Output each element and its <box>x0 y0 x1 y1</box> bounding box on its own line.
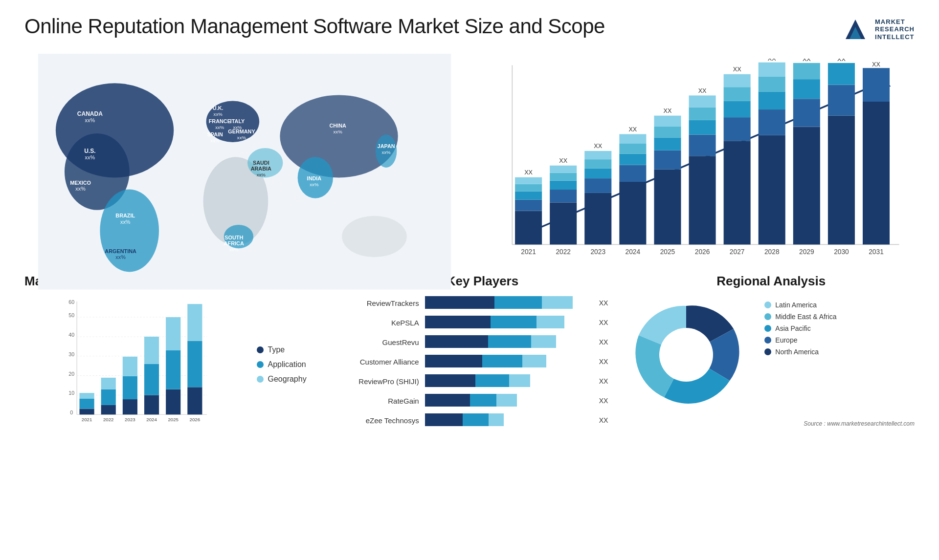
svg-text:2022: 2022 <box>556 248 571 256</box>
svg-rect-74 <box>619 154 646 165</box>
svg-rect-53 <box>515 191 542 199</box>
svg-text:xx%: xx% <box>334 129 343 134</box>
donut-chart <box>627 296 745 415</box>
svg-text:CHINA: CHINA <box>329 123 346 129</box>
legend-dot-application <box>257 361 264 368</box>
svg-rect-109 <box>793 79 820 99</box>
svg-text:xx%: xx% <box>237 135 246 140</box>
player-name: GuestRevu <box>331 338 419 346</box>
svg-rect-101 <box>759 109 785 135</box>
player-name: KePSLA <box>331 319 419 327</box>
player-value: XX <box>599 377 608 385</box>
svg-text:xx%: xx% <box>233 125 242 130</box>
svg-text:2023: 2023 <box>125 417 135 422</box>
logo-icon <box>841 15 870 44</box>
player-bar-container <box>425 316 589 329</box>
legend-dot-geography <box>257 376 264 383</box>
svg-text:xx%: xx% <box>85 154 95 160</box>
svg-text:JAPAN: JAPAN <box>378 143 395 149</box>
svg-text:xx%: xx% <box>257 172 266 177</box>
svg-rect-93 <box>724 141 751 244</box>
svg-rect-136 <box>80 409 94 414</box>
player-row: RateGain XX <box>331 394 608 408</box>
svg-text:xx%: xx% <box>381 150 391 155</box>
svg-text:XX: XX <box>664 108 672 114</box>
svg-text:xx%: xx% <box>211 138 220 143</box>
svg-rect-82 <box>654 126 681 137</box>
growth-chart-section: XX 2021 XX 2022 XX 2023 <box>474 54 915 290</box>
svg-text:2030: 2030 <box>834 248 849 256</box>
svg-text:XX: XX <box>628 126 637 133</box>
legend-geography: Geography <box>257 375 306 384</box>
svg-rect-69 <box>584 151 611 159</box>
legend-color-dot <box>764 302 771 308</box>
svg-text:xx%: xx% <box>214 111 223 117</box>
svg-point-13 <box>342 216 407 257</box>
player-value: XX <box>599 416 608 424</box>
svg-rect-103 <box>759 76 785 91</box>
svg-text:XX: XX <box>733 66 741 73</box>
svg-text:2029: 2029 <box>799 248 814 256</box>
svg-text:U.S.: U.S. <box>84 148 95 154</box>
svg-rect-141 <box>101 389 116 405</box>
svg-text:2027: 2027 <box>730 248 745 256</box>
legend-type: Type <box>257 345 306 354</box>
svg-rect-96 <box>724 87 751 101</box>
svg-text:2026: 2026 <box>695 248 710 256</box>
svg-text:2021: 2021 <box>82 417 92 422</box>
player-name: ReviewPro (SHIJI) <box>331 377 419 386</box>
player-value: XX <box>599 358 608 366</box>
svg-text:XX: XX <box>698 87 707 94</box>
svg-rect-58 <box>550 202 577 244</box>
svg-rect-144 <box>123 399 137 414</box>
legend-dot-type <box>257 346 264 353</box>
svg-text:2023: 2023 <box>590 248 605 256</box>
svg-rect-150 <box>144 337 159 364</box>
header: Online Reputation Management Software Ma… <box>24 15 915 44</box>
svg-rect-152 <box>166 389 180 415</box>
svg-rect-137 <box>80 399 94 409</box>
svg-text:2025: 2025 <box>660 248 675 256</box>
regional-legend-item: Middle East & Africa <box>764 313 836 321</box>
player-row: eZee Technosys XX <box>331 413 608 427</box>
svg-rect-146 <box>123 357 137 376</box>
player-bar-container <box>425 413 589 427</box>
svg-text:20: 20 <box>68 371 74 377</box>
svg-text:xx%: xx% <box>115 254 126 260</box>
regional-legend-item: Asia Pacific <box>764 324 836 332</box>
svg-rect-156 <box>187 387 202 414</box>
legend-color-dot <box>764 348 771 355</box>
player-row: KePSLA XX <box>331 316 608 329</box>
page-title: Online Reputation Management Software Ma… <box>24 15 605 38</box>
svg-rect-157 <box>187 341 202 388</box>
svg-rect-55 <box>515 177 542 184</box>
svg-rect-140 <box>101 405 116 414</box>
svg-text:xx%: xx% <box>75 186 86 192</box>
player-row: ReviewTrackers XX <box>331 296 608 310</box>
world-map-svg: CANADA xx% U.S. xx% MEXICO xx% BRAZIL xx… <box>24 54 465 290</box>
svg-rect-142 <box>101 378 116 389</box>
svg-text:2028: 2028 <box>764 248 780 256</box>
svg-text:XX: XX <box>768 59 776 62</box>
svg-text:xx%: xx% <box>120 219 131 225</box>
svg-rect-154 <box>166 317 180 350</box>
svg-text:FRANCE: FRANCE <box>209 118 231 124</box>
svg-text:xx%: xx% <box>85 117 95 123</box>
player-row: ReviewPro (SHIJI) XX <box>331 374 608 388</box>
growth-chart-svg: XX 2021 XX 2022 XX 2023 <box>484 59 905 285</box>
svg-text:BRAZIL: BRAZIL <box>115 213 135 218</box>
svg-point-10 <box>280 95 398 177</box>
logo-text: MARKET RESEARCH INTELLECT <box>875 18 915 41</box>
map-section: CANADA xx% U.S. xx% MEXICO xx% BRAZIL xx… <box>24 54 465 290</box>
svg-text:MEXICO: MEXICO <box>70 180 91 186</box>
svg-text:2026: 2026 <box>190 417 201 422</box>
svg-rect-67 <box>584 168 611 178</box>
svg-rect-119 <box>863 68 890 102</box>
svg-text:40: 40 <box>68 332 74 338</box>
svg-text:2025: 2025 <box>168 417 179 422</box>
svg-rect-114 <box>828 85 855 116</box>
svg-text:CANADA: CANADA <box>77 110 103 117</box>
regional-legend-item: Latin America <box>764 301 836 309</box>
svg-text:ITALY: ITALY <box>230 118 245 124</box>
svg-rect-87 <box>689 135 716 156</box>
